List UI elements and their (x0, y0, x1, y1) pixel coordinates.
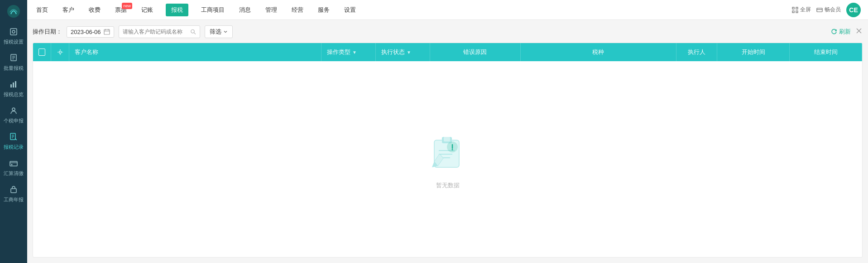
sidebar-label-annual-report: 工商年报 (4, 196, 24, 203)
status-filter-icon: ▼ (407, 50, 411, 55)
search-wrap (119, 25, 200, 38)
th-settings[interactable] (51, 43, 69, 61)
nav-accounting[interactable]: 记账 (139, 0, 155, 20)
empty-state: 暂无数据 (33, 61, 862, 257)
sidebar-label-tax-overview: 报税总览 (4, 91, 24, 98)
remit-icon (8, 158, 19, 169)
th-start-time: 开始时间 (717, 43, 790, 61)
chevron-down-icon (223, 29, 228, 34)
svg-line-30 (194, 33, 195, 34)
sidebar-item-tax-overview[interactable]: 报税总览 (0, 75, 27, 102)
main-area: 首页 客户 收费 票据 new 记账 报税 工商项目 消息 管理 经营 (27, 0, 868, 263)
sidebar-item-personal-tax[interactable]: 个税申报 (0, 102, 27, 128)
svg-rect-36 (444, 137, 450, 141)
membership-icon (816, 7, 823, 13)
th-tax-type: 税种 (521, 43, 676, 61)
nav-manage[interactable]: 管理 (264, 0, 279, 20)
th-name: 客户名称 (69, 43, 321, 61)
svg-rect-1 (10, 29, 17, 35)
th-ops-type[interactable]: 操作类型 ▼ (321, 43, 376, 61)
th-checkbox[interactable] (33, 43, 51, 61)
search-icon (190, 29, 196, 35)
toolbar: 操作日期： 2023-06-06 筛选 (33, 25, 863, 38)
personal-tax-icon (8, 105, 19, 116)
svg-point-42 (451, 149, 453, 151)
batch-tax-icon (8, 53, 19, 63)
refresh-button[interactable]: 刷新 (831, 28, 851, 36)
date-value: 2023-06-06 (71, 29, 101, 35)
toolbar-right: 刷新 (831, 27, 863, 36)
th-executor: 执行人 (676, 43, 717, 61)
search-input[interactable] (123, 29, 190, 35)
sidebar-item-annual-report[interactable]: 工商年报 (0, 180, 27, 207)
svg-rect-18 (11, 189, 16, 193)
new-badge: new (122, 3, 132, 10)
sidebar-item-tax-settings[interactable]: 报税设置 (0, 23, 27, 49)
nav-customer[interactable]: 客户 (61, 0, 76, 20)
svg-rect-7 (10, 84, 12, 88)
nav-industry[interactable]: 工商项目 (199, 0, 226, 20)
sidebar-label-personal-tax: 个税申报 (4, 117, 24, 124)
annual-report-icon (8, 184, 19, 195)
th-error-reason: 错误原因 (430, 43, 521, 61)
sidebar-label-batch-tax: 批量报税 (4, 65, 24, 72)
sidebar: 报税设置 批量报税 报税总览 (0, 0, 27, 263)
svg-point-17 (11, 164, 13, 166)
fullscreen-btn[interactable]: 全屏 (792, 6, 811, 14)
refresh-icon (831, 29, 837, 35)
svg-rect-9 (15, 81, 16, 88)
ops-filter-icon: ▼ (352, 50, 357, 55)
svg-point-10 (12, 108, 15, 111)
fullscreen-icon (792, 7, 798, 13)
table-body: 暂无数据 (33, 61, 862, 257)
empty-text: 暂无数据 (436, 181, 460, 190)
membership-btn[interactable]: 畅会员 (816, 6, 841, 14)
th-end-time: 结束时间 (790, 43, 862, 61)
svg-point-2 (12, 30, 15, 33)
nav-service[interactable]: 服务 (316, 0, 331, 20)
sidebar-label-remit: 汇算清缴 (4, 170, 24, 177)
nav-home[interactable]: 首页 (34, 0, 50, 20)
svg-rect-8 (13, 83, 14, 88)
date-picker[interactable]: 2023-06-06 (67, 26, 114, 38)
svg-rect-21 (792, 11, 794, 13)
svg-rect-23 (817, 8, 822, 12)
nav-invoice[interactable]: 票据 new (113, 0, 129, 20)
svg-rect-20 (796, 7, 798, 9)
nav-tax[interactable]: 报税 (166, 4, 188, 16)
nav-settings[interactable]: 设置 (342, 0, 358, 20)
svg-rect-19 (792, 7, 794, 9)
sidebar-item-batch-tax[interactable]: 批量报税 (0, 49, 27, 75)
nav-message[interactable]: 消息 (237, 0, 253, 20)
svg-rect-22 (796, 11, 798, 13)
top-navigation: 首页 客户 收费 票据 new 记账 报税 工商项目 消息 管理 经营 (27, 0, 868, 20)
settings-icon (57, 49, 63, 55)
svg-rect-25 (104, 29, 110, 34)
close-icon (855, 27, 863, 34)
sidebar-logo (0, 0, 27, 23)
svg-rect-15 (10, 161, 17, 166)
data-table: 客户名称 操作类型 ▼ 执行状态 ▼ 错误原因 税种 执行人 (33, 43, 863, 258)
svg-point-29 (191, 29, 194, 33)
tax-overview-icon (8, 79, 19, 90)
avatar[interactable]: CE (846, 3, 861, 17)
tax-settings-icon (8, 26, 19, 37)
calendar-icon (104, 29, 110, 35)
table-header: 客户名称 操作类型 ▼ 执行状态 ▼ 错误原因 税种 执行人 (33, 43, 862, 61)
empty-illustration (427, 129, 468, 174)
th-exec-status[interactable]: 执行状态 ▼ (376, 43, 430, 61)
sidebar-item-tax-records[interactable]: 报税记录 (0, 128, 27, 154)
select-all-checkbox[interactable] (38, 49, 45, 56)
svg-point-33 (59, 51, 61, 54)
tax-records-icon (8, 132, 19, 142)
content-area: 操作日期： 2023-06-06 筛选 (27, 20, 868, 263)
sidebar-label-tax-settings: 报税设置 (4, 39, 24, 45)
date-label: 操作日期： (33, 28, 62, 36)
nav-billing[interactable]: 收费 (87, 0, 102, 20)
topnav-right: 全屏 畅会员 CE (792, 3, 861, 17)
filter-button[interactable]: 筛选 (205, 25, 233, 38)
sidebar-label-tax-records: 报税记录 (4, 144, 24, 151)
sidebar-item-remit[interactable]: 汇算清缴 (0, 154, 27, 180)
nav-operations[interactable]: 经营 (290, 0, 305, 20)
close-button[interactable] (855, 27, 863, 36)
